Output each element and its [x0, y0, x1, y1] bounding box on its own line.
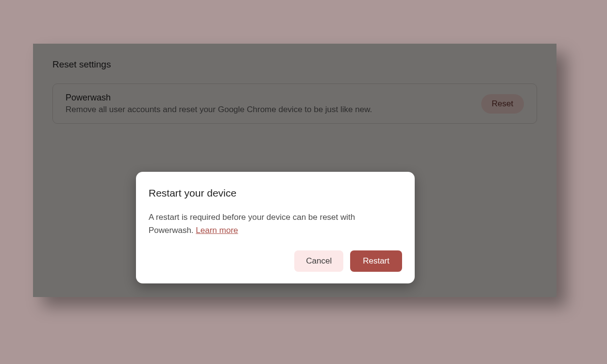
dialog-body-text: A restart is required before your device… — [149, 213, 355, 235]
dialog-title: Restart your device — [149, 187, 402, 199]
learn-more-link[interactable]: Learn more — [196, 226, 238, 235]
cancel-button[interactable]: Cancel — [294, 250, 343, 272]
dialog-actions: Cancel Restart — [149, 250, 402, 272]
restart-dialog: Restart your device A restart is require… — [136, 172, 415, 283]
dialog-body: A restart is required before your device… — [149, 211, 402, 237]
restart-button[interactable]: Restart — [350, 250, 402, 272]
